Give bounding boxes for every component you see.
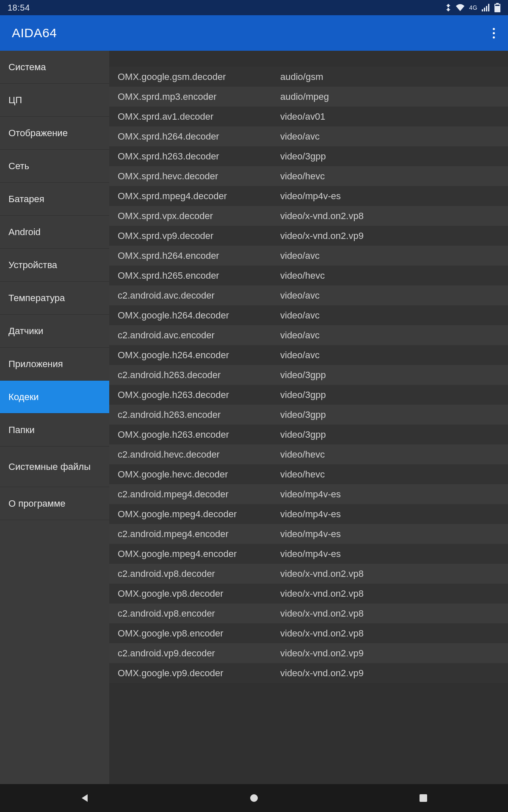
sidebar-item[interactable]: Приложения	[0, 348, 109, 381]
sidebar-item[interactable]: Кодеки	[0, 381, 109, 414]
home-button[interactable]	[229, 793, 279, 803]
codec-name: OMX.google.h264.decoder	[118, 310, 280, 321]
codec-name: OMX.google.h263.decoder	[118, 390, 280, 401]
table-row[interactable]: OMX.google.h263.encodervideo/3gpp	[109, 425, 508, 444]
table-row[interactable]: OMX.sprd.h265.encodervideo/hevc	[109, 266, 508, 285]
codec-name: OMX.google.mpeg4.encoder	[118, 549, 280, 560]
codec-type: video/x-vnd.on2.vp8	[280, 588, 508, 599]
sidebar-item[interactable]: О программе	[0, 487, 109, 520]
codec-type: video/x-vnd.on2.vp9	[280, 230, 508, 241]
codec-type: video/avc	[280, 310, 508, 321]
table-row[interactable]: OMX.sprd.hevc.decodervideo/hevc	[109, 166, 508, 186]
table-row[interactable]: OMX.sprd.mpeg4.decodervideo/mp4v-es	[109, 186, 508, 206]
codec-name: OMX.sprd.mpeg4.decoder	[118, 191, 280, 202]
codec-name: c2.android.h263.decoder	[118, 370, 280, 381]
sidebar-item[interactable]: Android	[0, 216, 109, 249]
sidebar-item-label: Температура	[8, 293, 65, 303]
sidebar-item[interactable]: Температура	[0, 282, 109, 315]
codec-type: video/mp4v-es	[280, 191, 508, 202]
codec-table: OMX.google.gsm.decoderaudio/gsmOMX.sprd.…	[109, 67, 508, 683]
codec-type: video/x-vnd.on2.vp8	[280, 628, 508, 639]
sidebar-item[interactable]: Папки	[0, 414, 109, 447]
recents-button[interactable]	[398, 794, 449, 802]
codec-name: OMX.google.vp9.decoder	[118, 668, 280, 679]
table-row[interactable]: OMX.sprd.mp3.encoderaudio/mpeg	[109, 87, 508, 107]
status-icons: 4G	[445, 3, 500, 12]
sidebar-item[interactable]: Датчики	[0, 315, 109, 348]
codec-name: c2.android.vp8.decoder	[118, 568, 280, 579]
codec-name: c2.android.mpeg4.decoder	[118, 489, 280, 500]
sidebar-item-label: Устройства	[8, 260, 57, 270]
signal-icon	[482, 4, 490, 11]
main-panel[interactable]: OMX.google.gsm.decoderaudio/gsmOMX.sprd.…	[109, 51, 508, 784]
table-row[interactable]: c2.android.avc.decodervideo/avc	[109, 285, 508, 305]
table-row[interactable]: OMX.google.mpeg4.encodervideo/mp4v-es	[109, 544, 508, 564]
sidebar-item[interactable]: Сеть	[0, 150, 109, 183]
codec-type: video/mp4v-es	[280, 549, 508, 560]
sidebar-item[interactable]: Системные файлы	[0, 447, 109, 487]
codec-type: video/3gpp	[280, 390, 508, 401]
codec-name: OMX.sprd.h265.encoder	[118, 270, 280, 281]
codec-type: video/avc	[280, 330, 508, 341]
table-row[interactable]: c2.android.hevc.decodervideo/hevc	[109, 444, 508, 464]
codec-type: video/hevc	[280, 171, 508, 182]
table-row[interactable]: OMX.google.vp8.encodervideo/x-vnd.on2.vp…	[109, 623, 508, 643]
table-row[interactable]: OMX.sprd.vpx.decodervideo/x-vnd.on2.vp8	[109, 206, 508, 226]
table-row[interactable]: OMX.google.vp8.decodervideo/x-vnd.on2.vp…	[109, 584, 508, 604]
overflow-menu-icon[interactable]	[491, 25, 496, 41]
table-row[interactable]: OMX.sprd.vp9.decodervideo/x-vnd.on2.vp9	[109, 226, 508, 246]
sidebar-item-label: Батарея	[8, 194, 44, 204]
table-row[interactable]: OMX.google.vp9.decodervideo/x-vnd.on2.vp…	[109, 663, 508, 683]
back-button[interactable]	[59, 793, 110, 803]
table-row[interactable]: OMX.sprd.h264.encodervideo/avc	[109, 246, 508, 266]
wifi-icon	[456, 4, 465, 11]
battery-icon	[494, 3, 500, 12]
codec-type: video/x-vnd.on2.vp8	[280, 568, 508, 579]
codec-name: OMX.sprd.h263.decoder	[118, 151, 280, 162]
table-row[interactable]: c2.android.vp8.encodervideo/x-vnd.on2.vp…	[109, 604, 508, 623]
table-row[interactable]: c2.android.avc.encodervideo/avc	[109, 325, 508, 345]
codec-type: video/3gpp	[280, 429, 508, 440]
table-row[interactable]: c2.android.vp8.decodervideo/x-vnd.on2.vp…	[109, 564, 508, 584]
table-row[interactable]: OMX.sprd.h263.decodervideo/3gpp	[109, 146, 508, 166]
sidebar-item-label: Система	[8, 62, 46, 72]
table-row[interactable]: OMX.google.h263.decodervideo/3gpp	[109, 385, 508, 405]
codec-name: c2.android.vp9.decoder	[118, 648, 280, 659]
sidebar-item[interactable]: Батарея	[0, 183, 109, 216]
codec-type: video/mp4v-es	[280, 489, 508, 500]
table-row[interactable]: OMX.google.hevc.decodervideo/hevc	[109, 464, 508, 484]
sidebar-item[interactable]: Система	[0, 51, 109, 84]
table-row[interactable]: c2.android.mpeg4.decodervideo/mp4v-es	[109, 484, 508, 504]
app-bar: AIDA64	[0, 15, 508, 51]
codec-name: OMX.sprd.vp9.decoder	[118, 230, 280, 241]
sidebar-item-label: Кодеки	[8, 392, 39, 402]
codec-type: video/x-vnd.on2.vp9	[280, 648, 508, 659]
sidebar-item-label: О программе	[8, 498, 66, 509]
sidebar-item[interactable]: Отображение	[0, 117, 109, 150]
app-title: AIDA64	[12, 26, 57, 40]
codec-type: video/av01	[280, 111, 508, 122]
sidebar-item-label: Папки	[8, 425, 35, 435]
codec-name: OMX.google.mpeg4.decoder	[118, 509, 280, 520]
table-row[interactable]: OMX.google.h264.encodervideo/avc	[109, 345, 508, 365]
sidebar-item[interactable]: ЦП	[0, 84, 109, 117]
table-row[interactable]: OMX.google.gsm.decoderaudio/gsm	[109, 67, 508, 87]
system-nav-bar	[0, 784, 508, 812]
table-row[interactable]: c2.android.h263.encodervideo/3gpp	[109, 405, 508, 425]
table-row[interactable]: OMX.sprd.av1.decodervideo/av01	[109, 107, 508, 126]
table-row[interactable]: OMX.google.mpeg4.decodervideo/mp4v-es	[109, 504, 508, 524]
table-row[interactable]: OMX.google.h264.decodervideo/avc	[109, 305, 508, 325]
codec-type: video/x-vnd.on2.vp8	[280, 211, 508, 222]
sidebar-item-label: Системные файлы	[8, 461, 91, 472]
table-row[interactable]: c2.android.mpeg4.encodervideo/mp4v-es	[109, 524, 508, 544]
table-row[interactable]: c2.android.vp9.decodervideo/x-vnd.on2.vp…	[109, 643, 508, 663]
codec-type: video/hevc	[280, 449, 508, 460]
codec-name: c2.android.avc.encoder	[118, 330, 280, 341]
svg-rect-2	[420, 794, 427, 802]
codec-name: c2.android.avc.decoder	[118, 290, 280, 301]
sidebar-item-label: Сеть	[8, 161, 29, 171]
table-row[interactable]: OMX.sprd.h264.decodervideo/avc	[109, 126, 508, 146]
sidebar-item[interactable]: Устройства	[0, 249, 109, 282]
table-row[interactable]: c2.android.h263.decodervideo/3gpp	[109, 365, 508, 385]
codec-type: video/mp4v-es	[280, 529, 508, 540]
